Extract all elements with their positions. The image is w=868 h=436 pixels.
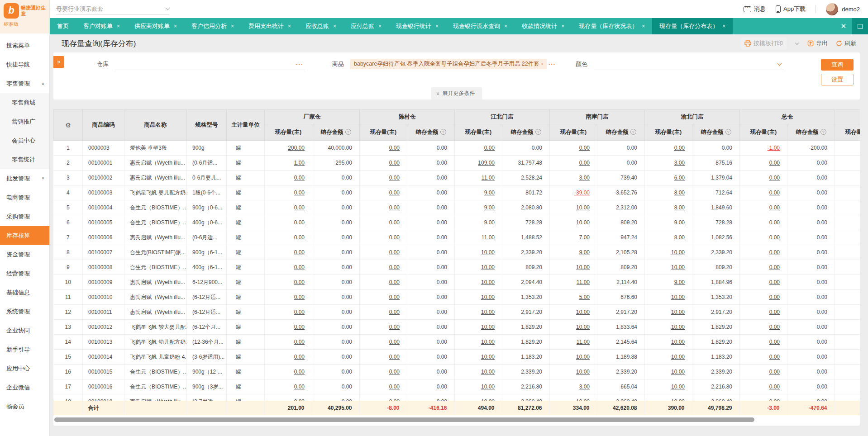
- qty-link[interactable]: 0.00: [294, 249, 305, 256]
- sidebar-item[interactable]: 零售商城: [0, 93, 49, 112]
- color-select[interactable]: [594, 59, 784, 70]
- qty-link[interactable]: 10.00: [481, 398, 495, 401]
- qty-link[interactable]: 0.00: [294, 264, 305, 270]
- qty-link[interactable]: 0.00: [294, 398, 305, 401]
- qty-link[interactable]: 0.00: [294, 324, 305, 330]
- qty-cell[interactable]: 9.00: [455, 215, 502, 230]
- qty-cell[interactable]: 0.00: [740, 215, 787, 230]
- tab-item[interactable]: 现存量（库存状况表）×: [572, 18, 652, 34]
- qty-link[interactable]: 10.00: [481, 279, 495, 285]
- qty-link[interactable]: 10.00: [576, 204, 590, 211]
- messages-button[interactable]: 消息: [744, 5, 766, 13]
- qty-link[interactable]: 3.00: [579, 384, 590, 390]
- sidebar-item[interactable]: 畅会员: [0, 397, 49, 416]
- qty-cell[interactable]: 0.00: [360, 394, 407, 401]
- tab-close-icon[interactable]: ×: [333, 23, 336, 29]
- qty-cell[interactable]: 10.00: [550, 260, 597, 275]
- qty-cell[interactable]: 10.00: [455, 290, 502, 305]
- sidebar-item[interactable]: 批发管理▼: [0, 169, 49, 188]
- qty-link[interactable]: 0.00: [294, 234, 305, 241]
- refresh-button[interactable]: 刷新: [836, 39, 856, 47]
- qty-cell[interactable]: 8.00: [645, 200, 692, 215]
- help-icon[interactable]: ?: [345, 129, 351, 135]
- qty-link[interactable]: 8.00: [674, 204, 685, 211]
- qty-link[interactable]: 0.00: [389, 234, 400, 241]
- expand-filter-button[interactable]: »: [53, 56, 64, 68]
- tab-close-icon[interactable]: ×: [231, 23, 234, 29]
- qty-link[interactable]: 5.00: [579, 294, 590, 300]
- qty-link[interactable]: 0.00: [294, 175, 305, 181]
- qty-cell[interactable]: 0.00: [740, 260, 787, 275]
- qty-cell[interactable]: 200.00: [265, 141, 312, 156]
- qty-link[interactable]: 6.00: [674, 175, 685, 181]
- qty-cell[interactable]: 1.00: [265, 156, 312, 171]
- qty-link[interactable]: 0.00: [769, 309, 780, 315]
- qty-cell[interactable]: 10.00: [455, 335, 502, 350]
- qty-link[interactable]: 0.00: [294, 279, 305, 285]
- qty-link[interactable]: 10.00: [576, 219, 590, 226]
- qty-cell[interactable]: 10.00: [550, 365, 597, 379]
- print-dropdown-icon[interactable]: [795, 41, 799, 45]
- qty-cell[interactable]: 10.00: [645, 379, 692, 394]
- qty-link[interactable]: 10.00: [481, 249, 495, 256]
- qty-link[interactable]: -39.00: [574, 190, 590, 196]
- qty-cell[interactable]: 10.00: [645, 320, 692, 335]
- qty-link[interactable]: 0.00: [389, 249, 400, 256]
- qty-cell[interactable]: 9.00: [645, 215, 692, 230]
- sidebar-item[interactable]: 库存核算: [0, 226, 49, 245]
- qty-cell[interactable]: 0.00: [265, 335, 312, 350]
- qty-cell[interactable]: 10.00: [550, 215, 597, 230]
- tab-close-icon[interactable]: ×: [504, 23, 507, 29]
- qty-link[interactable]: 0.00: [389, 190, 400, 196]
- qty-cell[interactable]: 0.00: [265, 394, 312, 401]
- qty-link[interactable]: 0.00: [769, 234, 780, 241]
- qty-cell[interactable]: 0.00: [360, 245, 407, 260]
- qty-link[interactable]: 0.00: [389, 398, 400, 401]
- query-button[interactable]: 查询: [821, 59, 854, 71]
- qty-link[interactable]: 10.00: [576, 309, 590, 315]
- qty-cell[interactable]: 0.00: [740, 230, 787, 245]
- gear-icon[interactable]: ⚙: [65, 122, 71, 129]
- qty-link[interactable]: 0.00: [294, 190, 305, 196]
- qty-cell[interactable]: -39.00: [550, 185, 597, 200]
- qty-cell[interactable]: 0.00: [550, 156, 597, 171]
- user-menu[interactable]: demo2: [826, 3, 860, 15]
- sidebar-item[interactable]: 快捷导航: [0, 55, 49, 74]
- qty-cell[interactable]: -1.00: [740, 141, 787, 156]
- qty-cell[interactable]: 0.00: [360, 200, 407, 215]
- qty-cell[interactable]: 11.00: [455, 230, 502, 245]
- sidebar-item[interactable]: 电商管理: [0, 188, 49, 207]
- qty-cell[interactable]: 10.00: [645, 335, 692, 350]
- qty-cell[interactable]: 10.00: [455, 260, 502, 275]
- qty-link[interactable]: 0.00: [769, 398, 780, 401]
- qty-link[interactable]: 10.00: [481, 384, 495, 390]
- tab-item[interactable]: 收款情况统计×: [515, 18, 572, 34]
- qty-link[interactable]: 11.00: [482, 175, 495, 181]
- qty-link[interactable]: 0.00: [389, 145, 400, 151]
- qty-link[interactable]: 10.00: [481, 354, 495, 360]
- qty-link[interactable]: 109.00: [478, 160, 495, 166]
- qty-cell[interactable]: 0.00: [265, 290, 312, 305]
- tab-item[interactable]: 供应商对账单×: [127, 18, 184, 34]
- close-all-tabs-icon[interactable]: ✕: [835, 22, 852, 30]
- qty-cell[interactable]: 0.00: [740, 350, 787, 365]
- qty-cell[interactable]: 10.00: [455, 275, 502, 290]
- qty-cell[interactable]: 10.00: [455, 350, 502, 365]
- qty-cell[interactable]: 10.00: [455, 305, 502, 320]
- qty-link[interactable]: 10.00: [671, 369, 685, 375]
- tab-item[interactable]: 客户信用分析×: [184, 18, 241, 34]
- qty-cell[interactable]: 0.00: [645, 141, 692, 156]
- qty-link[interactable]: 10.00: [671, 384, 685, 390]
- settings-button[interactable]: 设置: [821, 74, 854, 85]
- account-select[interactable]: 母婴行业演示账套: [56, 3, 169, 15]
- qty-link[interactable]: 0.00: [769, 219, 780, 226]
- help-icon[interactable]: ?: [630, 129, 636, 135]
- tab-close-icon[interactable]: ×: [561, 23, 564, 29]
- qty-cell[interactable]: 0.00: [360, 290, 407, 305]
- qty-cell[interactable]: 0.00: [740, 245, 787, 260]
- qty-cell[interactable]: 10.00: [645, 305, 692, 320]
- sidebar-item[interactable]: 零售统计: [0, 150, 49, 169]
- qty-link[interactable]: 0.00: [294, 219, 305, 226]
- qty-link[interactable]: 10.00: [671, 354, 685, 360]
- qty-link[interactable]: 0.00: [294, 204, 305, 211]
